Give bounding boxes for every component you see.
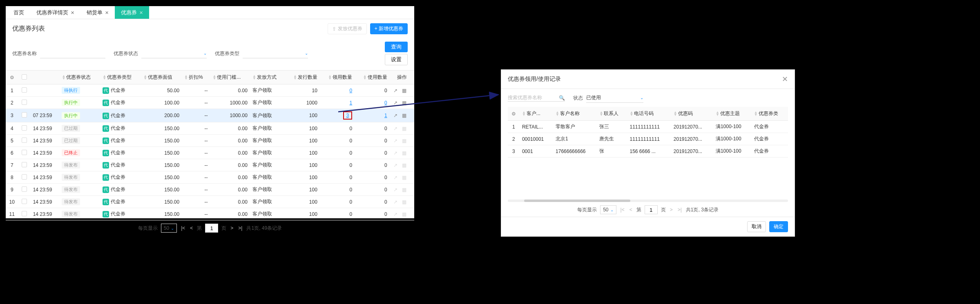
row-checkbox[interactable] bbox=[22, 211, 27, 216]
used-count-link[interactable]: 1 bbox=[384, 113, 387, 118]
close-icon[interactable]: ✕ bbox=[71, 10, 74, 16]
last-page-icon[interactable]: >| bbox=[677, 207, 683, 213]
row-checkbox[interactable] bbox=[22, 138, 27, 143]
close-icon[interactable]: ✕ bbox=[782, 75, 788, 84]
col-coupon-type[interactable]: ▲▼优惠券类 bbox=[752, 107, 788, 121]
search-icon[interactable]: 🔍 bbox=[559, 95, 565, 101]
col-subject[interactable]: ▲▼优惠主题 bbox=[713, 107, 752, 121]
row-checkbox[interactable] bbox=[22, 112, 27, 118]
table-row[interactable]: 10 14 23:59 待发布 代代金券 150.00 -- 0.00 客户领取… bbox=[6, 196, 414, 208]
prev-page-icon[interactable]: < bbox=[189, 225, 194, 231]
col-issued[interactable]: ▲▼发行数量 bbox=[285, 71, 319, 84]
tab-sales[interactable]: 销货单✕ bbox=[80, 6, 115, 19]
qrcode-icon: ▦ bbox=[401, 199, 408, 205]
coupon-status-select[interactable]: ⌄ bbox=[141, 49, 207, 58]
face-value: 200.00 bbox=[141, 109, 182, 122]
page-input[interactable] bbox=[645, 205, 658, 214]
table-row[interactable]: 1 待执行 代代金券 50.00 -- 0.00 客户领取 10 0 0 ↗▦ bbox=[6, 84, 414, 97]
table-row[interactable]: 1 RETAIL... 零散客户 张三 11111111111 20191207… bbox=[508, 121, 788, 133]
next-page-icon[interactable]: > bbox=[669, 207, 674, 213]
col-type[interactable]: ▲▼优惠券类型 bbox=[100, 71, 141, 84]
issued-count: 100 bbox=[285, 147, 319, 159]
search-box[interactable]: 搜索优惠券名称 🔍 bbox=[508, 94, 565, 102]
open-icon[interactable]: ↗ bbox=[392, 100, 399, 106]
distribute-coupon-button[interactable]: ⇪发放优惠券 bbox=[328, 23, 367, 34]
table-row[interactable]: 3 0001 17666666666 张 156 6666 ... 201912… bbox=[508, 145, 788, 158]
col-dist[interactable]: ▲▼发放方式 bbox=[250, 71, 285, 84]
row-checkbox[interactable] bbox=[22, 87, 27, 93]
search-button[interactable]: 查询 bbox=[385, 42, 408, 52]
col-threshold[interactable]: ▲▼使用门槛... bbox=[210, 71, 250, 84]
per-page-select[interactable]: 50⌄ bbox=[600, 205, 616, 214]
table-row[interactable]: 6 14 23:59 已终止 代代金券 150.00 -- 0.00 客户领取 … bbox=[6, 147, 414, 159]
discount: -- bbox=[182, 135, 210, 147]
filter-type-label: 优惠券类型 bbox=[215, 50, 239, 57]
row-checkbox[interactable] bbox=[22, 186, 27, 192]
first-page-icon[interactable]: |< bbox=[620, 207, 625, 213]
col-used[interactable]: ▲▼使用数量 bbox=[355, 71, 389, 84]
close-icon[interactable]: ✕ bbox=[139, 10, 143, 16]
col-cust-name[interactable]: ▲▼客户名称 bbox=[553, 107, 597, 121]
next-page-icon[interactable]: > bbox=[230, 225, 234, 231]
usage-record-modal: 优惠券领用/使用记录 ✕ 搜索优惠券名称 🔍 状态 已使用⌄ ⚙ ▲▼客户...… bbox=[501, 69, 795, 237]
claimed-count-link[interactable]: 3 bbox=[343, 111, 353, 120]
open-icon[interactable]: ↗ bbox=[392, 87, 399, 94]
row-index: 1 bbox=[508, 121, 520, 133]
confirm-button[interactable]: 确定 bbox=[769, 221, 788, 232]
row-checkbox[interactable] bbox=[22, 199, 27, 204]
col-coupon-code[interactable]: ▲▼优惠码 bbox=[671, 107, 713, 121]
last-page-icon[interactable]: >| bbox=[237, 225, 243, 231]
col-claimed[interactable]: ▲▼领用数量 bbox=[320, 71, 355, 84]
used-count-link[interactable]: 0 bbox=[384, 100, 387, 106]
first-page-icon[interactable]: |< bbox=[180, 225, 186, 231]
claimed-count-link[interactable]: 0 bbox=[350, 88, 353, 93]
table-row[interactable]: 11 14 23:59 待发布 代代金券 150.00 -- 0.00 客户领取… bbox=[6, 208, 414, 220]
threshold: 0.00 bbox=[210, 208, 250, 220]
tab-home[interactable]: 首页 bbox=[7, 6, 30, 19]
col-contact[interactable]: ▲▼联系人 bbox=[597, 107, 627, 121]
page-input[interactable] bbox=[205, 224, 218, 233]
row-checkbox[interactable] bbox=[22, 162, 27, 167]
col-face[interactable]: ▲▼优惠券面值 bbox=[141, 71, 182, 84]
cancel-button[interactable]: 取消 bbox=[747, 221, 766, 232]
tab-coupon[interactable]: 优惠券✕ bbox=[115, 6, 149, 19]
table-row[interactable]: 3 07 23:59 执行中 代代金券 200.00 -- 1000.00 客户… bbox=[6, 109, 414, 122]
close-icon[interactable]: ✕ bbox=[105, 10, 109, 16]
add-coupon-button[interactable]: 新增优惠券 bbox=[370, 23, 408, 34]
col-cust-code[interactable]: ▲▼客户... bbox=[520, 107, 553, 121]
open-icon[interactable]: ↗ bbox=[392, 112, 399, 119]
search-input[interactable]: 搜索优惠券名称 bbox=[508, 94, 557, 101]
qrcode-icon[interactable]: ▦ bbox=[401, 112, 408, 119]
coupon-type-select[interactable]: ⌄ bbox=[243, 49, 308, 58]
prev-page-icon[interactable]: < bbox=[629, 207, 633, 213]
row-checkbox[interactable] bbox=[22, 150, 27, 155]
table-row[interactable]: 5 14 23:59 已过期 代代金券 150.00 -- 0.00 客户领取 … bbox=[6, 135, 414, 147]
table-row[interactable]: 2 执行中 代代金券 100.00 -- 1000.00 客户领取 1000 1… bbox=[6, 97, 414, 109]
select-all-checkbox[interactable] bbox=[22, 74, 27, 80]
modal-status-label: 状态 bbox=[573, 95, 583, 102]
horizontal-scrollbar[interactable] bbox=[508, 200, 788, 202]
coupon-type: 代金券 bbox=[111, 125, 125, 131]
table-row[interactable]: 4 14 23:59 已过期 代代金券 150.00 -- 0.00 客户领取 … bbox=[6, 122, 414, 135]
table-row[interactable]: 7 14 23:59 待发布 代代金券 150.00 -- 0.00 客户领取 … bbox=[6, 159, 414, 171]
qrcode-icon[interactable]: ▦ bbox=[401, 87, 408, 94]
col-discount[interactable]: ▲▼折扣% bbox=[182, 71, 210, 84]
col-phone[interactable]: ▲▼电话号码 bbox=[627, 107, 671, 121]
claimed-count-link[interactable]: 1 bbox=[350, 100, 353, 106]
coupon-name-input[interactable] bbox=[40, 49, 105, 58]
row-checkbox[interactable] bbox=[22, 100, 27, 105]
table-row[interactable]: 9 14 23:59 待发布 代代金券 150.00 -- 0.00 客户领取 … bbox=[6, 184, 414, 196]
table-row[interactable]: 2 00010001 北京1 唐先生 11111111111 201912070… bbox=[508, 133, 788, 145]
distribution: 客户领取 bbox=[250, 84, 285, 97]
gear-icon[interactable]: ⚙ bbox=[10, 75, 14, 80]
col-status[interactable]: ▲▼优惠券状态 bbox=[59, 71, 100, 84]
qrcode-icon[interactable]: ▦ bbox=[401, 100, 408, 106]
modal-status-select[interactable]: 已使用⌄ bbox=[586, 93, 643, 103]
table-row[interactable]: 8 14 23:59 待发布 代代金券 150.00 -- 0.00 客户领取 … bbox=[6, 171, 414, 184]
row-checkbox[interactable] bbox=[22, 174, 27, 180]
row-checkbox[interactable] bbox=[22, 125, 27, 131]
tab-detail[interactable]: 优惠券详情页✕ bbox=[30, 6, 80, 19]
per-page-select[interactable]: 50⌄ bbox=[161, 224, 177, 233]
settings-button[interactable]: 设置 bbox=[385, 54, 408, 65]
gear-icon[interactable]: ⚙ bbox=[511, 111, 516, 117]
